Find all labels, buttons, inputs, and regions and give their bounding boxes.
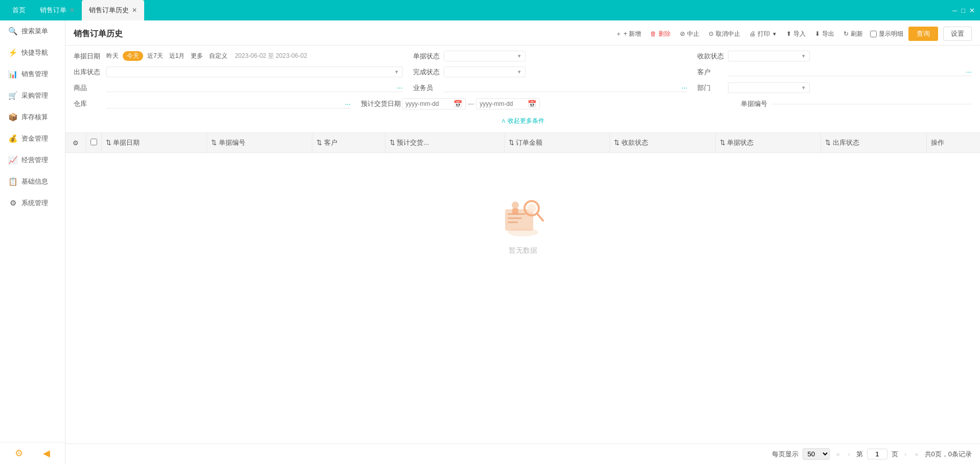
query-btn[interactable]: 查询 <box>908 27 938 41</box>
refresh-icon: ↻ <box>844 30 849 37</box>
tab-home[interactable]: 首页 <box>5 0 33 20</box>
import-btn[interactable]: ⬆ 导入 <box>784 29 808 39</box>
th-amount: ⇅ 订单金额 <box>504 133 609 153</box>
delivery-date-from-input[interactable] <box>405 100 451 107</box>
main-layout: 🔍 搜索菜单 ⚡ 快捷导航 📊 销售管理 🛒 采购管理 📦 库存核算 💰 资金管… <box>0 20 980 464</box>
tab-sales-order[interactable]: 销售订单 ✕ <box>33 0 82 20</box>
minimize-btn[interactable]: ─ <box>952 7 957 14</box>
receipt-status-select[interactable]: ▾ <box>728 51 810 61</box>
tab-sales-order-history[interactable]: 销售订单历史 ✕ <box>82 0 144 20</box>
date-tag-today[interactable]: 今天 <box>123 51 143 61</box>
sidebar-collapse-icon[interactable]: ◀ <box>43 448 50 459</box>
sidebar-item-finance[interactable]: 💰 资金管理 <box>0 128 65 149</box>
complete-status-select[interactable]: ▾ <box>444 67 526 77</box>
delivery-date-label: 预计交货日期 <box>361 99 402 108</box>
out-status-select[interactable]: ▾ <box>106 67 403 77</box>
import-label: 导入 <box>793 30 806 38</box>
salesperson-dots-icon[interactable]: ··· <box>681 83 688 92</box>
print-chevron: ▼ <box>772 31 777 37</box>
print-label: 打印 <box>758 30 770 38</box>
prev-page-btn[interactable]: ‹ <box>846 449 852 459</box>
date-label: 单据日期 <box>74 52 104 61</box>
th-doc-status-label: ⇅ 单据状态 <box>720 139 754 146</box>
sidebar-item-sales[interactable]: 📊 销售管理 <box>0 63 65 85</box>
cancel-stop-btn[interactable]: ⊙ 取消中止 <box>706 29 742 39</box>
th-delivery: ⇅ 预计交货... <box>385 133 504 153</box>
page-unit: 页 <box>892 450 898 459</box>
th-receipt-status-label: ⇅ 收款状态 <box>614 139 648 146</box>
date-tag-yesterday[interactable]: 昨天 <box>104 51 121 61</box>
product-dots-icon[interactable]: ··· <box>397 83 403 92</box>
sales-icon: 📊 <box>8 70 17 79</box>
sidebar-item-search[interactable]: 🔍 搜索菜单 <box>0 20 65 42</box>
th-date-label: ⇅ 单据日期 <box>106 139 140 146</box>
delivery-date-to-input[interactable] <box>480 100 526 107</box>
th-no-label: ⇅ 单据编号 <box>211 139 245 146</box>
sidebar-item-basic[interactable]: 📋 基础信息 <box>0 171 65 192</box>
sidebar-label-basic: 基础信息 <box>21 177 48 186</box>
customer-dots-icon[interactable]: ··· <box>966 68 972 76</box>
export-btn[interactable]: ⬇ 导出 <box>813 29 836 39</box>
export-icon: ⬇ <box>815 30 820 37</box>
sidebar-item-purchase[interactable]: 🛒 采购管理 <box>0 85 65 106</box>
th-check[interactable] <box>86 133 101 153</box>
date-tag-7days[interactable]: 近7天 <box>145 51 165 61</box>
collapse-bar[interactable]: ∧ 收起更多条件 <box>74 115 972 127</box>
display-detail-checkbox-wrap[interactable]: 显示明细 <box>870 30 903 38</box>
collapse-label: ∧ 收起更多条件 <box>501 117 544 124</box>
date-tag-custom[interactable]: 自定义 <box>207 51 230 61</box>
sidebar-item-system[interactable]: ⚙ 系统管理 <box>0 192 65 214</box>
sidebar-label-sales: 销售管理 <box>21 70 48 79</box>
select-all-checkbox[interactable] <box>90 139 97 145</box>
th-settings[interactable]: ⚙ <box>65 133 86 153</box>
close-btn[interactable]: ✕ <box>969 7 975 14</box>
delete-btn[interactable]: 🗑 删除 <box>648 29 673 39</box>
tab-sales-order-history-close[interactable]: ✕ <box>132 7 137 14</box>
refresh-btn[interactable]: ↻ 刷新 <box>841 29 865 39</box>
next-page-btn[interactable]: › <box>902 449 908 459</box>
calendar-from-icon[interactable]: 📅 <box>453 100 462 108</box>
out-status-chevron-icon: ▾ <box>395 69 398 75</box>
sidebar-settings-icon[interactable]: ⚙ <box>15 448 23 459</box>
th-receipt-status: ⇅ 收款状态 <box>610 133 715 153</box>
maximize-btn[interactable]: □ <box>961 7 965 14</box>
status-select[interactable]: ▾ <box>444 51 526 61</box>
cancel-stop-label: 取消中止 <box>716 30 740 38</box>
import-icon: ⬆ <box>786 30 791 37</box>
filter-order-no: 单据编号 <box>741 99 972 108</box>
svg-rect-3 <box>508 217 522 219</box>
total-text: 共0页，0条记录 <box>925 450 972 459</box>
calendar-to-icon[interactable]: 📅 <box>528 100 536 108</box>
print-btn[interactable]: 🖨 打印 ▼ <box>747 29 779 39</box>
display-detail-checkbox[interactable] <box>870 31 877 37</box>
filter-area: 单据日期 昨天 今天 近7天 近1月 更多 自定义 2023-06-02 至 2… <box>65 46 980 133</box>
new-btn[interactable]: ＋ + 新增 <box>613 29 643 39</box>
delete-label: 删除 <box>658 30 671 38</box>
th-delivery-label: ⇅ 预计交货... <box>390 139 429 146</box>
tab-sales-order-close[interactable]: ✕ <box>70 7 75 14</box>
new-icon: ＋ <box>616 30 622 38</box>
department-select[interactable]: ▾ <box>728 82 810 93</box>
sidebar-item-quicknav[interactable]: ⚡ 快捷导航 <box>0 42 65 63</box>
page-size-label: 每页显示 <box>772 450 799 459</box>
department-label: 部门 <box>697 83 728 93</box>
delivery-date-to-wrap: 📅 <box>476 98 540 109</box>
filter-salesperson: 业务员 ··· <box>413 83 688 93</box>
first-page-btn[interactable]: « <box>834 449 841 459</box>
warehouse-dots-icon[interactable]: ··· <box>345 100 351 108</box>
sidebar-item-inventory[interactable]: 📦 库存核算 <box>0 106 65 128</box>
filter-row-3: 商品 ··· 业务员 ··· 部门 <box>74 82 972 93</box>
purchase-icon: 🛒 <box>8 91 17 100</box>
stop-btn[interactable]: ⊘ 中止 <box>678 29 701 39</box>
page-size-select[interactable]: 50 10 20 100 <box>803 448 830 460</box>
filter-row-1: 单据日期 昨天 今天 近7天 近1月 更多 自定义 2023-06-02 至 2… <box>74 51 972 61</box>
date-tag-1month[interactable]: 近1月 <box>167 51 187 61</box>
settings-btn[interactable]: 设置 <box>943 27 972 41</box>
date-tag-more[interactable]: 更多 <box>189 51 205 61</box>
last-page-btn[interactable]: » <box>913 449 920 459</box>
export-label: 导出 <box>822 30 834 38</box>
empty-svg <box>495 194 551 240</box>
page-number-input[interactable] <box>867 449 887 459</box>
th-customer: ⇅ 客户 <box>312 133 385 153</box>
sidebar-item-operations[interactable]: 📈 经营管理 <box>0 149 65 171</box>
